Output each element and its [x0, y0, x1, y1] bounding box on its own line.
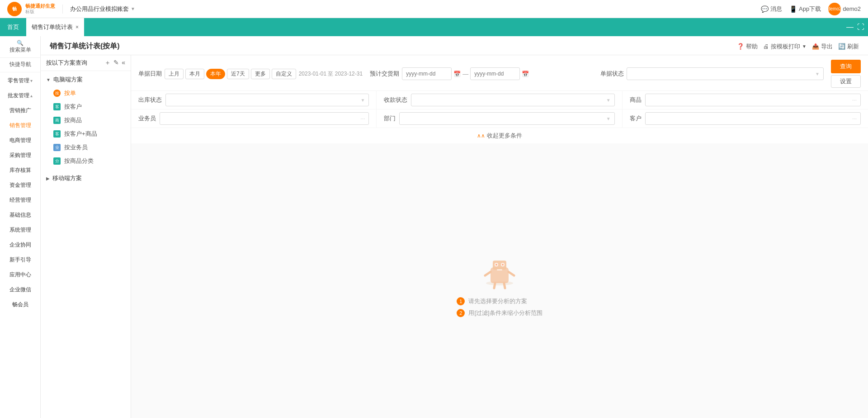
tab-sales-order-stats[interactable]: 销售订单统计表 × — [26, 18, 84, 36]
sidebar-item-wholesale[interactable]: 批发管理 ▴ — [0, 88, 40, 103]
sidebar: 🔍 搜索菜单 快捷导航 零售管理 ▾ 批发管理 ▴ 营销推广 销售管理 电商管理 — [0, 36, 41, 418]
collection-status-label: 收款状态 — [384, 96, 407, 104]
expected-date-range: 📅 — 📅 — [402, 67, 593, 80]
sidebar-item-finance[interactable]: 资金管理 — [0, 178, 40, 193]
scheme-item-by-salesperson[interactable]: 业 按业务员 — [41, 141, 131, 154]
date-btn-last-month[interactable]: 上月 — [165, 69, 184, 79]
expected-date-start[interactable] — [402, 67, 452, 80]
scheme-item-by-order[interactable]: 按 按单 — [41, 86, 131, 100]
tab-close-icon[interactable]: × — [75, 24, 79, 30]
customer-input[interactable]: ··· — [645, 112, 861, 125]
minimize-icon[interactable]: — — [846, 23, 854, 31]
scheme-item-by-customer-goods[interactable]: 客 按客户+商品 — [41, 127, 131, 141]
status-block: 单据状态 ▼ — [600, 67, 824, 80]
group-arrow-icon: ▼ — [46, 77, 51, 82]
message-button[interactable]: 💬 消息 — [761, 5, 782, 13]
help-button[interactable]: ❓ 帮助 — [737, 43, 758, 51]
collapse-btn: ∧∧ 收起更多条件 — [477, 132, 522, 140]
status-label: 单据状态 — [600, 70, 624, 78]
sidebar-item-wechat[interactable]: 企业微信 — [0, 282, 40, 297]
tabbar: 首页 销售订单统计表 × — ⛶ — [0, 18, 868, 36]
by-customer-icon: 客 — [53, 103, 61, 110]
desktop-group-toggle[interactable]: ▼ 电脑端方案 — [41, 73, 131, 86]
svg-line-10 — [494, 283, 495, 288]
export-icon: 📤 — [812, 43, 819, 50]
dept-chevron-icon: ▼ — [606, 116, 611, 121]
sidebar-item-newbie[interactable]: 新手引导 — [0, 252, 40, 267]
app-download-button[interactable]: 📱 App下载 — [789, 5, 821, 13]
salesperson-label: 业务员 — [138, 114, 156, 123]
date-btn-this-year[interactable]: 本年 — [206, 69, 225, 79]
empty-tips: 1 请先选择要分析的方案 2 用[过滤]条件来缩小分析范围 — [457, 297, 542, 317]
topbar-left: 畅 畅捷通好生意 标版 办公用品行业模拟账套 ▼ — [7, 2, 135, 16]
mobile-group-toggle[interactable]: ▶ 移动端方案 — [41, 171, 131, 185]
page-title: 销售订单统计表(按单) — [50, 42, 120, 51]
sidebar-item-appstore[interactable]: 应用中心 — [0, 267, 40, 282]
by-sales-icon: 业 — [53, 144, 61, 151]
date-btn-more[interactable]: 更多 — [251, 69, 270, 79]
expected-date-end[interactable] — [470, 67, 520, 80]
export-button[interactable]: 📤 导出 — [812, 43, 833, 51]
scheme-item-by-goods[interactable]: 商 按商品 — [41, 114, 131, 127]
sidebar-item-sales[interactable]: 销售管理 — [0, 118, 40, 133]
scheme-icon-group: ＋ ✎ « — [104, 59, 125, 67]
salesperson-input[interactable]: ··· — [160, 112, 369, 125]
date-btn-this-month[interactable]: 本月 — [185, 69, 204, 79]
goods-input[interactable]: ··· — [645, 94, 861, 106]
scheme-panel: 按以下方案查询 ＋ ✎ « ▼ 电脑端方案 按 按单 — [41, 55, 131, 418]
wholesale-arrow-icon: ▴ — [30, 93, 33, 98]
topbar-right: 💬 消息 📱 App下载 demo2 demo2 — [761, 3, 861, 15]
print-dropdown-icon: ▼ — [802, 44, 807, 49]
brand-subtitle: 标版 — [25, 9, 55, 14]
status-select[interactable]: ▼ — [627, 67, 824, 80]
setting-button[interactable]: 设置 — [831, 75, 861, 88]
collapse-label: 收起更多条件 — [487, 132, 522, 140]
maximize-icon[interactable]: ⛶ — [857, 23, 864, 31]
collapse-bar[interactable]: ∧∧ 收起更多条件 — [131, 128, 868, 143]
filter-row-2: 出库状态 ▼ 收款状态 ▼ — [131, 90, 868, 109]
scheme-item-by-category[interactable]: 分 按商品分类 — [41, 154, 131, 168]
sidebar-item-ecommerce[interactable]: 电商管理 — [0, 133, 40, 148]
collection-chevron-icon: ▼ — [606, 98, 611, 103]
date-btn-custom[interactable]: 自定义 — [272, 69, 296, 79]
tabbar-right: — ⛶ — [846, 23, 868, 31]
sidebar-item-operation[interactable]: 经营管理 — [0, 193, 40, 208]
retail-arrow-icon: ▾ — [30, 78, 33, 83]
action-buttons: 查询 设置 — [831, 60, 861, 88]
collection-status-cell: 收款状态 ▼ — [377, 91, 622, 109]
sidebar-item-system[interactable]: 系统管理 — [0, 223, 40, 238]
print-button[interactable]: 🖨 按模板打印 ▼ — [763, 43, 807, 51]
sidebar-item-marketing[interactable]: 营销推广 — [0, 103, 40, 118]
expected-date-block: 预计交货期 📅 — 📅 — [370, 67, 593, 80]
sidebar-item-base[interactable]: 基础信息 — [0, 208, 40, 223]
edit-scheme-icon[interactable]: ✎ — [113, 59, 119, 67]
page-actions: ❓ 帮助 🖨 按模板打印 ▼ 📤 导出 🔄 刷新 — [737, 43, 859, 51]
query-button[interactable]: 查询 — [831, 60, 861, 73]
sidebar-item-membership[interactable]: 畅会员 — [0, 297, 40, 312]
sidebar-search[interactable]: 🔍 搜索菜单 — [0, 36, 40, 58]
refresh-button[interactable]: 🔄 刷新 — [838, 43, 859, 51]
sidebar-item-enterprise[interactable]: 企业协同 — [0, 238, 40, 252]
collapse-scheme-icon[interactable]: « — [122, 59, 125, 67]
salesperson-ellipsis-icon: ··· — [360, 115, 365, 122]
tab-home[interactable]: 首页 — [0, 18, 26, 36]
department-select[interactable]: ▼ — [399, 112, 614, 125]
status-chevron: ▼ — [815, 71, 820, 76]
empty-tip-2: 2 用[过滤]条件来缩小分析范围 — [457, 309, 542, 317]
user-avatar[interactable]: demo2 demo2 — [828, 3, 861, 15]
sidebar-quick-nav[interactable]: 快捷导航 — [0, 58, 40, 71]
app-icon: 📱 — [789, 5, 797, 13]
sidebar-item-retail[interactable]: 零售管理 ▾ — [0, 73, 40, 88]
company-selector[interactable]: 办公用品行业模拟账套 ▼ — [70, 5, 135, 13]
date-btn-7days[interactable]: 近7天 — [227, 69, 249, 79]
add-scheme-icon[interactable]: ＋ — [104, 59, 111, 67]
collection-status-select[interactable]: ▼ — [411, 94, 614, 106]
sidebar-item-inventory[interactable]: 库存核算 — [0, 163, 40, 178]
delivery-status-select[interactable]: ▼ — [165, 94, 369, 106]
sidebar-item-purchase[interactable]: 采购管理 — [0, 148, 40, 163]
scheme-item-by-customer[interactable]: 客 按客户 — [41, 100, 131, 114]
brand-name: 畅捷通好生意 — [25, 3, 55, 9]
delivery-status-cell: 出库状态 ▼ — [131, 91, 377, 109]
date-dash: — — [462, 71, 468, 77]
tab-label: 销售订单统计表 — [32, 23, 73, 31]
